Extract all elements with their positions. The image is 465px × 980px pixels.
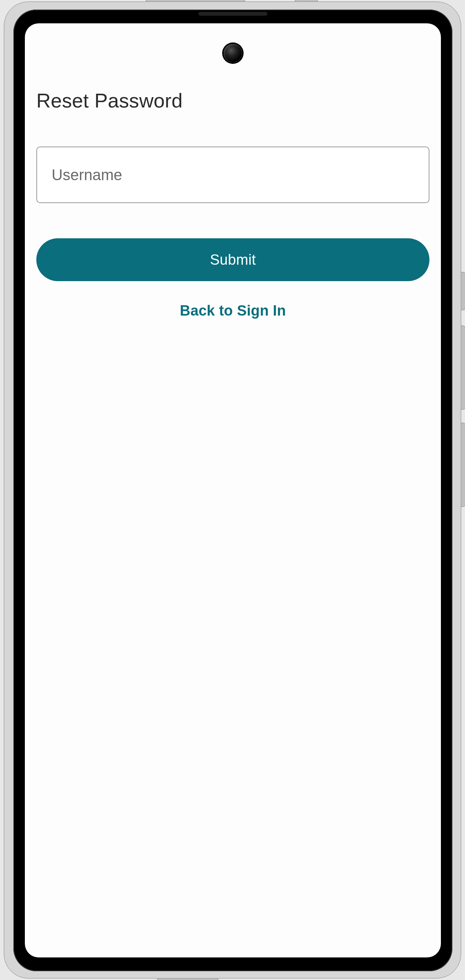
device-frame-outer: Reset Password Submit Back to Sign In	[4, 2, 461, 978]
device-top-slot	[295, 0, 318, 2]
app-content: Reset Password Submit Back to Sign In	[25, 23, 441, 957]
device-body: Reset Password Submit Back to Sign In	[13, 10, 452, 971]
device-speaker	[198, 12, 267, 16]
device-side-button	[461, 272, 465, 310]
device-volume-down-button	[461, 423, 465, 507]
username-input[interactable]	[36, 147, 429, 203]
device-bottom-port	[157, 978, 218, 980]
page-title: Reset Password	[36, 89, 429, 112]
device-top-slot	[146, 0, 245, 2]
submit-button[interactable]: Submit	[36, 238, 429, 281]
device-volume-up-button	[461, 326, 465, 410]
back-to-sign-in-link[interactable]: Back to Sign In	[36, 303, 429, 319]
device-screen: Reset Password Submit Back to Sign In	[25, 23, 441, 957]
device-camera-icon	[224, 44, 242, 62]
